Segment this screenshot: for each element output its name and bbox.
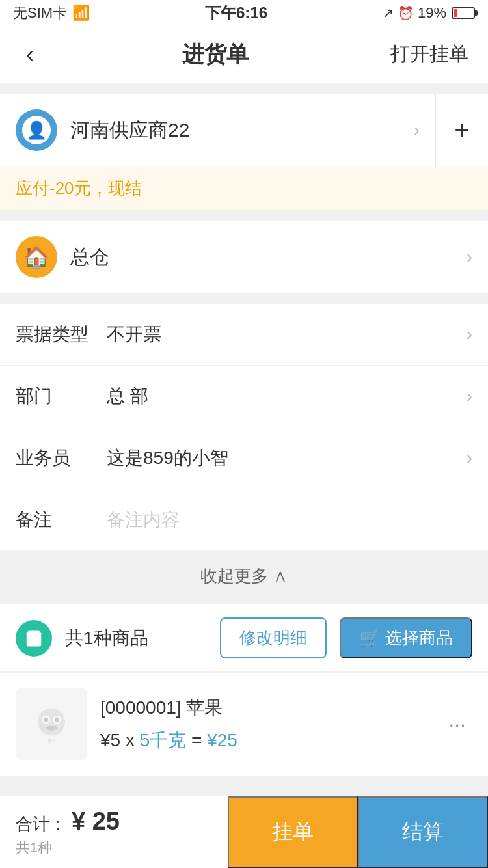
bottom-bar: 合计： ¥ 25 共1种 挂单 结算 — [0, 796, 488, 868]
carrier-label: 无SIM卡 — [13, 3, 67, 23]
location-icon: ↗ — [383, 5, 394, 21]
total-amount: ¥ 25 — [72, 807, 120, 835]
remark-label: 备注 — [16, 508, 94, 532]
total-count: 共1种 — [16, 838, 212, 858]
wifi-icon: 📶 — [72, 5, 90, 21]
product-thumb-icon: 兽+ — [29, 701, 74, 747]
svg-point-5 — [55, 718, 59, 722]
total-label: 合计： ¥ 25 — [16, 807, 212, 835]
total-text-label: 合计： — [16, 813, 66, 835]
remark-row[interactable]: 备注 备注内容 — [0, 489, 488, 550]
select-product-label: 选择商品 — [385, 627, 453, 649]
supplier-chevron-icon: › — [414, 120, 420, 141]
supplier-name: 河南供应商22 — [70, 117, 407, 144]
svg-text:兽+: 兽+ — [47, 737, 56, 744]
svg-point-4 — [44, 718, 48, 722]
checkout-button[interactable]: 结算 — [358, 796, 488, 868]
supplier-avatar-icon: 👤 — [22, 116, 51, 144]
product-more-button[interactable]: ··· — [442, 706, 472, 743]
invoice-type-chevron-icon: › — [467, 324, 472, 345]
product-name: [0000001] 苹果 — [100, 696, 429, 720]
modify-detail-button[interactable]: 修改明细 — [220, 617, 327, 658]
svg-point-6 — [46, 725, 57, 730]
supplier-section: 👤 河南供应商22 › + — [0, 94, 488, 167]
alarm-icon: ⏰ — [398, 5, 414, 21]
total-section: 合计： ¥ 25 共1种 — [0, 796, 228, 868]
status-right: ↗ ⏰ 19% — [383, 5, 475, 21]
status-time: 下午6:16 — [205, 3, 267, 23]
product-item: 兽+ [0000001] 苹果 ¥5 x 5千克 = ¥25 ··· — [0, 673, 488, 776]
remark-input[interactable]: 备注内容 — [107, 508, 472, 532]
battery-icon — [452, 7, 475, 19]
status-bar: 无SIM卡 📶 下午6:16 ↗ ⏰ 19% — [0, 0, 488, 26]
select-product-button[interactable]: 🛒 选择商品 — [340, 617, 472, 658]
nav-bar: ‹ 进货单 打开挂单 — [0, 26, 488, 83]
section-gap-1 — [0, 83, 488, 94]
svg-point-1 — [38, 709, 65, 736]
product-count-label: 共1种商品 — [65, 626, 207, 651]
status-left: 无SIM卡 📶 — [13, 3, 90, 23]
invoice-type-row[interactable]: 票据类型 不开票 › — [0, 304, 488, 366]
salesperson-row[interactable]: 业务员 这是859的小智 › — [0, 427, 488, 489]
invoice-type-label: 票据类型 — [16, 322, 94, 347]
product-info: [0000001] 苹果 ¥5 x 5千克 = ¥25 — [100, 696, 429, 753]
department-value: 总 部 — [107, 384, 460, 409]
payment-hint: 应付-20元，现结 — [0, 167, 488, 210]
back-button[interactable]: ‹ — [20, 34, 40, 75]
warehouse-selector[interactable]: 🏠 总仓 › — [0, 221, 488, 293]
collapse-button[interactable]: 收起更多 ∧ — [0, 550, 488, 602]
department-chevron-icon: › — [467, 386, 472, 407]
form-section: 票据类型 不开票 › 部门 总 部 › 业务员 这是859的小智 › 备注 备注… — [0, 304, 488, 550]
product-thumbnail: 兽+ — [16, 688, 87, 760]
product-header: 共1种商品 修改明细 🛒 选择商品 — [0, 604, 488, 671]
salesperson-label: 业务员 — [16, 446, 94, 470]
hang-button[interactable]: 挂单 — [228, 796, 358, 868]
battery-percent: 19% — [418, 5, 446, 21]
department-row[interactable]: 部门 总 部 › — [0, 366, 488, 427]
product-price: ¥5 x 5千克 = ¥25 — [100, 728, 429, 753]
open-hang-button[interactable]: 打开挂单 — [390, 41, 468, 68]
collapse-label: 收起更多 ∧ — [200, 565, 287, 588]
supplier-avatar: 👤 — [16, 109, 57, 151]
salesperson-value: 这是859的小智 — [107, 446, 460, 470]
department-label: 部门 — [16, 384, 94, 409]
cart-icon: 🛒 — [359, 628, 380, 648]
page-title: 进货单 — [182, 40, 249, 70]
invoice-type-value: 不开票 — [107, 322, 460, 347]
warehouse-icon: 🏠 — [16, 236, 57, 278]
supplier-selector[interactable]: 👤 河南供应商22 › — [0, 94, 436, 167]
salesperson-chevron-icon: › — [467, 448, 472, 468]
warehouse-name: 总仓 — [70, 244, 460, 271]
product-header-icon — [16, 620, 52, 657]
supplier-add-button[interactable]: + — [436, 94, 488, 167]
warehouse-chevron-icon: › — [467, 247, 472, 267]
